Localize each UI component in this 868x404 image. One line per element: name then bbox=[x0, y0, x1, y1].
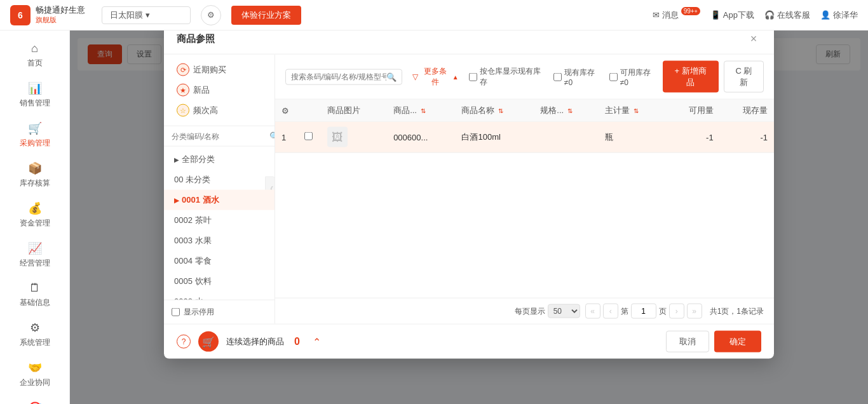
filter-icon: ▽ bbox=[412, 72, 418, 81]
pagination: 每页显示 50 10 20 100 « ‹ 第 bbox=[275, 298, 774, 324]
page-size-select: 每页显示 50 10 20 100 bbox=[515, 304, 580, 318]
show-disabled-label[interactable]: 显示停用 bbox=[184, 307, 214, 318]
checkbox-avail-nonzero[interactable]: 可用库存≠0 bbox=[609, 67, 658, 86]
next-page-button[interactable]: › bbox=[669, 304, 684, 319]
cat-label: 全部分类 bbox=[182, 154, 215, 165]
confirm-button[interactable]: 确定 bbox=[714, 331, 761, 353]
refresh-button[interactable]: C 刷新 bbox=[724, 61, 764, 93]
th-spec: 规格... ⇅ bbox=[534, 100, 599, 122]
cat-label: 0003 水果 bbox=[174, 235, 212, 246]
modal-left-footer: 显示停用 bbox=[164, 300, 275, 324]
cart-icon[interactable]: 🛒 bbox=[198, 332, 219, 352]
filter-label: 更多条件 bbox=[421, 66, 450, 88]
sidebar-item-sales[interactable]: 📊 销售管理 bbox=[0, 75, 69, 115]
row-checkbox[interactable] bbox=[304, 132, 313, 140]
page-unit: 页 bbox=[659, 306, 667, 316]
sidebar-item-enterprise[interactable]: 🤝 企业协同 bbox=[0, 354, 69, 394]
product-search-input[interactable] bbox=[291, 72, 386, 81]
category-search-icon[interactable]: 🔍 bbox=[269, 131, 275, 141]
left-sidebar: ⌂ 首页 📊 销售管理 🛒 采购管理 📦 库存核算 💰 资金管理 📈 经营管理 … bbox=[0, 30, 70, 404]
user-profile[interactable]: 👤 徐泽华 bbox=[820, 10, 858, 21]
sidebar-item-finance[interactable]: 💰 资金管理 bbox=[0, 195, 69, 235]
sidebar-item-purchase[interactable]: 🛒 采购管理 bbox=[0, 115, 69, 155]
more-filter-button[interactable]: ▽ 更多条件 ▲ bbox=[407, 64, 464, 90]
cat-all[interactable]: ▶ 全部分类 bbox=[164, 149, 275, 170]
recent-label: 近期购买 bbox=[193, 64, 226, 76]
sidebar-item-label: 库存核算 bbox=[20, 178, 50, 189]
message-label: 消息 bbox=[662, 10, 679, 21]
app-download-button[interactable]: 📱 App下载 bbox=[710, 10, 754, 21]
cat-fruit[interactable]: 0003 水果 bbox=[164, 231, 275, 251]
cat-liquor[interactable]: ▶ 0001 酒水 bbox=[164, 190, 275, 210]
checkbox-label: 可用库存≠0 bbox=[620, 67, 658, 86]
checkbox-label: 按仓库显示现有库存 bbox=[480, 66, 546, 88]
sidebar-item-system[interactable]: ⚙ 系统管理 bbox=[0, 314, 69, 354]
logo-icon: 6 bbox=[10, 5, 31, 25]
checkbox-avail-input[interactable] bbox=[609, 72, 618, 81]
cancel-button[interactable]: 取消 bbox=[666, 331, 709, 353]
last-page-button[interactable]: » bbox=[687, 304, 702, 319]
experience-button[interactable]: 体验行业方案 bbox=[231, 6, 301, 25]
td-img: 🖼 bbox=[321, 121, 387, 152]
message-button[interactable]: ✉ 消息 99++ bbox=[653, 10, 700, 21]
sidebar-item-inventory[interactable]: 📦 库存核算 bbox=[0, 155, 69, 195]
footer-buttons: 取消 确定 bbox=[666, 331, 761, 353]
app-sub: 旗舰版 bbox=[36, 15, 85, 25]
mobile-icon: 📱 bbox=[710, 10, 721, 20]
nav-right: ✉ 消息 99++ 📱 App下载 🎧 在线客服 👤 徐泽华 bbox=[653, 10, 858, 21]
collapse-selection-icon[interactable]: ⌃ bbox=[313, 335, 321, 347]
category-search-input[interactable] bbox=[172, 131, 267, 140]
sidebar-item-label: 基础信息 bbox=[20, 297, 50, 308]
store-name: 日太阳膜 bbox=[110, 10, 143, 21]
table-row[interactable]: 1 🖼 000600... 白酒100ml 瓶 -1 bbox=[275, 121, 774, 152]
filter-arrow-icon: ▲ bbox=[452, 73, 459, 80]
new-icon: ★ bbox=[177, 84, 189, 97]
quick-recent[interactable]: ⟳ 近期购买 bbox=[172, 60, 267, 80]
store-selector[interactable]: 日太阳膜 ▾ bbox=[102, 6, 191, 24]
gear-button[interactable]: ⚙ bbox=[201, 5, 221, 25]
product-image: 🖼 bbox=[327, 127, 348, 147]
finance-icon: 💰 bbox=[28, 201, 42, 215]
checkbox-warehouse-input[interactable] bbox=[469, 72, 477, 81]
cat-snack[interactable]: 0004 零食 bbox=[164, 251, 275, 271]
first-page-button[interactable]: « bbox=[585, 304, 600, 319]
sidebar-item-operations[interactable]: 📈 经营管理 bbox=[0, 235, 69, 275]
top-navigation: 6 畅捷通好生意 旗舰版 日太阳膜 ▾ ⚙ 体验行业方案 ✉ 消息 99++ 📱… bbox=[0, 0, 868, 30]
help-icon[interactable]: ? bbox=[177, 335, 191, 349]
th-settings[interactable]: ⚙ bbox=[275, 100, 298, 122]
th-img: 商品图片 bbox=[321, 100, 387, 122]
table-header-row: ⚙ 商品图片 商品... ⇅ 商品名称 ⇅ bbox=[275, 100, 774, 122]
sidebar-item-basic-info[interactable]: 🗒 基础信息 bbox=[0, 275, 69, 314]
page-number-input[interactable] bbox=[631, 304, 656, 319]
online-service-button[interactable]: 🎧 在线客服 bbox=[764, 10, 810, 21]
add-product-button[interactable]: + 新增商品 bbox=[663, 61, 719, 93]
cat-tea[interactable]: 0002 茶叶 bbox=[164, 210, 275, 231]
page-size-dropdown[interactable]: 50 10 20 100 bbox=[548, 304, 580, 318]
sidebar-item-home[interactable]: ⌂ 首页 bbox=[0, 36, 69, 75]
cat-uncategorized[interactable]: 00 未分类 bbox=[164, 170, 275, 190]
cat-label: 0004 零食 bbox=[174, 255, 212, 267]
cat-beverage[interactable]: 0005 饮料 bbox=[164, 271, 275, 292]
sidebar-item-label: 销售管理 bbox=[20, 98, 50, 109]
show-disabled-checkbox[interactable] bbox=[172, 308, 180, 316]
checkbox-group: 按仓库显示现有库存 现有库存≠0 可用库存≠0 bbox=[469, 66, 658, 88]
cat-label: 0002 茶叶 bbox=[174, 215, 212, 226]
checkbox-warehouse-stock[interactable]: 按仓库显示现有库存 bbox=[469, 66, 546, 88]
checkbox-nonzero-input[interactable] bbox=[553, 72, 562, 81]
content-area: 查询 设置 刷新 商品参照 × bbox=[70, 30, 868, 404]
quick-freq[interactable]: ☆ 频次高 bbox=[172, 100, 267, 121]
sort-icon: ⇅ bbox=[567, 107, 573, 114]
sidebar-item-guide[interactable]: 🎯 新手引导 bbox=[0, 394, 69, 404]
prev-page-button[interactable]: ‹ bbox=[603, 304, 618, 319]
modal-left-panel: ⟳ 近期购买 ★ 新品 ☆ 频次高 《 bbox=[164, 55, 275, 324]
modal-close-button[interactable]: × bbox=[746, 31, 761, 46]
sort-icon: ⇅ bbox=[421, 107, 426, 114]
app-download-label: App下载 bbox=[723, 10, 754, 21]
cat-water[interactable]: 0008 水 bbox=[164, 292, 275, 300]
search-icon[interactable]: 🔍 bbox=[386, 72, 397, 81]
quick-new[interactable]: ★ 新品 bbox=[172, 80, 267, 100]
message-badge: 99++ bbox=[681, 7, 700, 15]
td-check[interactable] bbox=[298, 121, 321, 152]
modal-header: 商品参照 × bbox=[164, 30, 774, 55]
checkbox-nonzero-stock[interactable]: 现有库存≠0 bbox=[553, 67, 602, 86]
